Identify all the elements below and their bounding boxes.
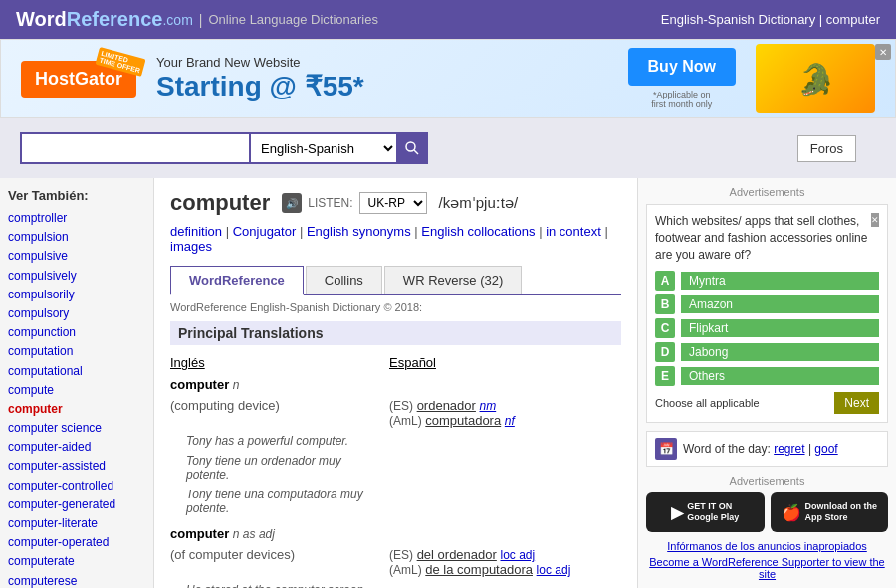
rp-select[interactable]: UK-RP US (359, 192, 427, 214)
sidebar-item-compunction[interactable]: compunction (8, 323, 145, 342)
sidebar-item-computation[interactable]: computation (8, 342, 145, 361)
app-store-text: Download on theApp Store (805, 501, 878, 524)
ad-text-main: Your Brand New Website (156, 55, 608, 70)
example-row-1b: Tony tiene un ordenador muy potente. (170, 451, 621, 485)
ad-buy-button[interactable]: Buy Now (628, 48, 736, 86)
svg-line-1 (414, 150, 418, 154)
sidebar-item-compulsion[interactable]: compulsion (8, 228, 145, 247)
es-gender-1[interactable]: nm (480, 399, 497, 413)
search-input[interactable] (20, 132, 249, 164)
logo[interactable]: WordReference.com (16, 8, 193, 31)
sidebar-item-computer-aided[interactable]: computer-aided (8, 438, 145, 457)
language-select[interactable]: English-Spanish English-French English-P… (249, 132, 396, 164)
inapropiados-link[interactable]: Infórmanos de los anuncios inapropiados (667, 540, 867, 552)
sidebar-item-computerese[interactable]: computerese (8, 572, 145, 588)
sidebar-item-computer-controlled[interactable]: computer-controlled (8, 477, 145, 495)
ad-close-button[interactable]: ✕ (875, 44, 891, 60)
wotd-word1-link[interactable]: regret (774, 442, 804, 456)
sidebar-item-compulsive[interactable]: compulsive (8, 247, 145, 266)
entry-pos-1: n (233, 378, 240, 392)
conjugator-link[interactable]: Conjugator (233, 224, 297, 239)
search-button[interactable] (396, 132, 428, 164)
sidebar-item-comptroller[interactable]: comptroller (8, 209, 145, 228)
sidebar-item-compute[interactable]: compute (8, 381, 145, 400)
foros-button[interactable]: Foros (797, 135, 856, 162)
english-collocations-link[interactable]: English collocations (421, 224, 535, 239)
phonetic: /kəmˈpjuːtə/ (439, 194, 519, 212)
table-row: computer n as adj (170, 518, 621, 544)
poll-option-a[interactable]: A Myntra (655, 271, 879, 291)
google-play-badge[interactable]: ▶ GET IT ONGoogle Play (646, 492, 765, 532)
definition-link[interactable]: definition (170, 224, 222, 239)
poll-footer: Choose all applicable Next (655, 392, 879, 414)
es-gender-2[interactable]: loc adj (500, 548, 535, 562)
wotd-label: Word of the day: (683, 442, 771, 456)
example-row-1a: Tony has a powerful computer. (170, 431, 621, 451)
poll-option-text-b[interactable]: Amazon (681, 295, 879, 313)
dict-links: definition | Conjugator | English synony… (170, 224, 621, 254)
es-word-2[interactable]: del ordenador (417, 547, 497, 562)
sidebar-item-computer-literate[interactable]: computer-literate (8, 514, 145, 533)
aml-label-1: (AmL) (389, 414, 422, 428)
poll-letter-e: E (655, 366, 675, 386)
table-row: (computing device) (ES) ordenador nm (Am… (170, 395, 621, 431)
sidebar-item-computerate[interactable]: computerate (8, 552, 145, 571)
aml-gender-2[interactable]: loc adj (537, 563, 571, 577)
example-en-2: He stared at the computer screen. (170, 580, 389, 588)
sidebar-item-computer-science[interactable]: computer science (8, 419, 145, 438)
tab-wordreference[interactable]: WordReference (170, 266, 304, 295)
speaker-icon[interactable]: 🔊 (282, 193, 302, 213)
poll-option-e[interactable]: E Others (655, 366, 879, 386)
poll-option-b[interactable]: B Amazon (655, 294, 879, 314)
ad-text-block: Your Brand New Website Starting @ ₹55* (156, 55, 608, 102)
poll-close-button[interactable]: ✕ (871, 213, 879, 227)
google-play-text: GET IT ONGoogle Play (687, 501, 739, 524)
sidebar-item-compulsorily[interactable]: compulsorily (8, 286, 145, 304)
tab-collins[interactable]: Collins (306, 266, 382, 294)
es-label-1: (ES) (389, 399, 413, 413)
listen-label: LISTEN: (308, 196, 352, 210)
poll-option-text-d[interactable]: Jabong (681, 343, 879, 361)
right-sidebar: Advertisements Which websites/ apps that… (637, 178, 896, 588)
sidebar-item-computational[interactable]: computational (8, 362, 145, 381)
example-es2-1: Tony tiene una computadora muy potente. (170, 485, 389, 518)
poll-ad: Which websites/ apps that sell clothes, … (646, 204, 888, 423)
wotd-text: Word of the day: regret | goof (683, 442, 838, 456)
sidebar-item-computer[interactable]: computer (8, 400, 145, 419)
images-link[interactable]: images (170, 239, 212, 254)
sidebar-item-computer-assisted[interactable]: computer-assisted (8, 457, 145, 476)
sidebar: Ver También: comptroller compulsion comp… (0, 178, 154, 588)
aml-gender-1[interactable]: nf (505, 414, 515, 428)
poll-option-text-a[interactable]: Myntra (681, 272, 879, 290)
sidebar-item-compulsively[interactable]: compulsively (8, 267, 145, 286)
english-synonyms-link[interactable]: English synonyms (307, 224, 411, 239)
aml-word-2[interactable]: de la computadora (425, 562, 533, 577)
ads-title-1: Advertisements (646, 186, 888, 198)
wotd-box: 📅 Word of the day: regret | goof (646, 431, 888, 467)
table-row: computer n (170, 374, 621, 395)
poll-option-d[interactable]: D Jabong (655, 342, 879, 362)
poll-next-button[interactable]: Next (834, 392, 879, 414)
poll-option-c[interactable]: C Flipkart (655, 318, 879, 338)
sidebar-item-compulsory[interactable]: compulsory (8, 304, 145, 323)
sidebar-item-computer-operated[interactable]: computer-operated (8, 533, 145, 552)
sidebar-item-computer-generated[interactable]: computer-generated (8, 495, 145, 514)
es-word-1[interactable]: ordenador (417, 398, 476, 413)
search-area: English-Spanish English-French English-P… (0, 118, 896, 178)
poll-option-text-c[interactable]: Flipkart (681, 319, 879, 337)
tab-wr-reverse[interactable]: WR Reverse (32) (384, 266, 522, 294)
banner-ad: LIMITEDTIME OFFER HostGator Your Brand N… (0, 39, 896, 118)
aml-word-1[interactable]: computadora (425, 413, 501, 428)
wotd-word2-link[interactable]: goof (814, 442, 837, 456)
header: WordReference.com | Online Language Dict… (0, 0, 896, 39)
in-context-link[interactable]: in context (546, 224, 601, 239)
app-store-badge[interactable]: 🍎 Download on theApp Store (771, 492, 889, 532)
poll-letter-a: A (655, 271, 675, 291)
become-supporter-link[interactable]: Become a WordReference Supporter to view… (649, 556, 884, 580)
ads-title-2: Advertisements (646, 475, 888, 487)
main-layout: Ver También: comptroller compulsion comp… (0, 178, 896, 588)
poll-letter-d: D (655, 342, 675, 362)
example-es1-1: Tony tiene un ordenador muy potente. (170, 451, 389, 485)
ad-note: *Applicable onfirst month only (651, 90, 712, 109)
poll-option-text-e[interactable]: Others (681, 367, 879, 385)
